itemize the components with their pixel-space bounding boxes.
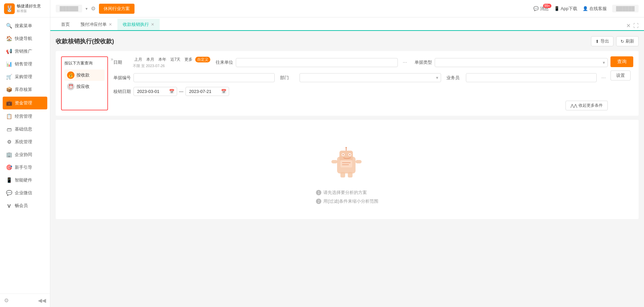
online-service-btn[interactable]: 👤 在线客服 (583, 6, 607, 12)
sidebar-item-marketing[interactable]: 📢 营销推广 (0, 45, 50, 58)
tab-receipt-close[interactable]: ✕ (151, 22, 154, 27)
collapse-row: ⋀⋀ 收起更多条件 (113, 101, 608, 110)
filter-row-1: 日期 上月 本月 本年 近7天 更多 自定义 (113, 56, 608, 68)
page-actions: ⬆ 导出 ↻ 刷新 (591, 36, 639, 46)
tab-home[interactable]: 首页 (56, 19, 75, 31)
member-icon: V (6, 203, 12, 209)
docno-label: 单据编号 (113, 75, 131, 81)
topbar-brand: ██████ (56, 5, 82, 12)
expand-icon[interactable]: ⛶ (633, 23, 639, 29)
sidebar-item-basic[interactable]: 🗃 基础信息 (0, 123, 50, 136)
verify-date-group: 📅 — 📅 (133, 87, 229, 96)
shortcut-7days[interactable]: 近7天 (169, 56, 182, 63)
filter-option-receivable[interactable]: ⏰ 按应收 (64, 81, 105, 92)
sidebar-item-label: 搜索菜单 (15, 23, 32, 29)
query-btn[interactable]: 查询 (610, 56, 633, 67)
export-btn[interactable]: ⬆ 导出 (591, 36, 613, 46)
dept-select[interactable] (300, 73, 441, 82)
sidebar-item-purchase[interactable]: 🛒 采购管理 (0, 70, 50, 83)
sidebar-item-newbie[interactable]: 🎯 新手引导 (0, 161, 50, 174)
calendar-end-icon[interactable]: 📅 (221, 89, 226, 94)
setting-btn[interactable]: 设置 (610, 70, 631, 81)
filter-field-date: 日期 上月 本月 本年 近7天 更多 自定义 (113, 56, 211, 68)
empty-tip-2: 2 用[过滤]条件来缩小分析范围 (316, 197, 378, 206)
filter-toggle-icon[interactable]: » (111, 56, 113, 62)
sidebar-item-search[interactable]: 🔍 搜索菜单 (0, 19, 50, 32)
date-shortcuts: 上月 本月 本年 近7天 更多 自定义 (133, 56, 211, 63)
empty-tip-1: 1 请先选择要分析的方案 (316, 188, 378, 197)
verify-date-end-wrap: 📅 (185, 87, 229, 96)
partner-dots-btn[interactable]: ··· (400, 59, 409, 66)
tip-text-2: 用[过滤]条件来缩小分析范围 (323, 197, 378, 206)
tab-prepay[interactable]: 预付冲应付单 ✕ (75, 19, 117, 31)
date-custom-badge[interactable]: 自定义 (195, 57, 210, 62)
svg-point-5 (349, 154, 351, 155)
collapse-btn[interactable]: ⋀⋀ 收起更多条件 (566, 101, 608, 110)
sidebar-item-label: 系统管理 (15, 139, 32, 145)
content-area: 1 请先选择要分析的方案 2 用[过滤]条件来缩小分析范围 (56, 120, 639, 219)
sidebar-item-wechat[interactable]: 💬 企业微信 (0, 187, 50, 199)
topbar-gear-icon[interactable]: ⚙ (91, 5, 96, 12)
purchase-icon: 🛒 (6, 74, 12, 80)
filter-field-doctype: 单据类型 ▾ (415, 58, 608, 67)
sidebar-item-quick[interactable]: 🏠 快捷导航 (0, 32, 50, 45)
sidebar-item-label: 企业协同 (15, 152, 32, 158)
sidebar-item-sales[interactable]: 📊 销售管理 (0, 58, 50, 70)
sidebar-item-member[interactable]: V 畅会员 (0, 199, 50, 212)
logo-text-block: 畅捷通好生意 标准版 (17, 4, 41, 14)
industry-btn[interactable]: 休闲行业方案 (99, 4, 135, 14)
refresh-btn[interactable]: ↻ 刷新 (616, 36, 639, 46)
shortcut-this-year[interactable]: 本年 (157, 56, 168, 63)
empty-state: 1 请先选择要分析的方案 2 用[过滤]条件来缩小分析范围 (56, 120, 639, 219)
sidebar-item-label: 销售管理 (15, 61, 32, 67)
svg-rect-12 (340, 160, 352, 167)
shortcut-this-month[interactable]: 本月 (145, 56, 156, 63)
tip-num-2: 2 (316, 199, 321, 204)
sidebar-item-label: 智能硬件 (15, 177, 32, 183)
settings-icon[interactable]: ⚙ (4, 297, 9, 304)
staff-dots-btn[interactable]: ··· (599, 74, 608, 82)
docno-input[interactable] (133, 73, 275, 82)
doctype-select[interactable] (435, 58, 608, 67)
query-btns: 查询 设置 (610, 56, 633, 110)
filter-sidebar-title: 按以下方案查询 (64, 60, 105, 66)
sidebar-item-label: 采购管理 (15, 74, 32, 80)
partner-input[interactable] (236, 58, 398, 67)
collapse-sidebar-icon[interactable]: ◀◀ (38, 297, 46, 304)
verify-date-label: 核销日期 (113, 89, 131, 95)
hardware-icon: 📱 (6, 177, 12, 183)
tip-num-1: 1 (316, 190, 321, 195)
shortcut-more[interactable]: 更多 (183, 56, 194, 63)
app-download-btn[interactable]: 📱 App下载 (554, 6, 577, 12)
sidebar-item-enterprise[interactable]: 🏢 企业协同 (0, 148, 50, 161)
sidebar-item-label: 企业微信 (15, 190, 32, 196)
calendar-start-icon[interactable]: 📅 (169, 89, 174, 94)
sidebar-item-label: 资金管理 (15, 100, 32, 106)
shortcut-prev-month[interactable]: 上月 (133, 56, 144, 63)
tab-controls: ✕ ⛶ (626, 22, 639, 30)
message-btn[interactable]: 💬 消息 99+ (533, 6, 549, 12)
staff-input[interactable] (466, 73, 596, 82)
newbie-icon: 🎯 (6, 164, 12, 170)
filter-option-receipt[interactable]: 💰 按收款 (64, 69, 105, 81)
filter-option-receipt-label: 按收款 (76, 72, 90, 78)
dropdown-icon[interactable]: ▾ (86, 6, 88, 11)
logo-icon: 🐰 (4, 3, 15, 14)
sidebar-nav: 🔍 搜索菜单 🏠 快捷导航 📢 营销推广 📊 销售管理 🛒 采购管理 📦 库存核… (0, 17, 50, 294)
collapse-icon: ⋀⋀ (571, 103, 577, 108)
sidebar-item-finance[interactable]: 💼 资金管理 (3, 97, 47, 109)
sidebar-item-label: 库存核算 (15, 87, 32, 93)
sidebar-item-management[interactable]: 📋 经营管理 (0, 110, 50, 123)
logo-badge: 标准版 (17, 9, 41, 13)
sidebar-item-inventory[interactable]: 📦 库存核算 (0, 83, 50, 96)
sidebar-item-hardware[interactable]: 📱 智能硬件 (0, 174, 50, 187)
tab-prepay-close[interactable]: ✕ (109, 22, 112, 27)
filter-fields: 日期 上月 本月 本年 近7天 更多 自定义 (113, 56, 633, 110)
sidebar-item-system[interactable]: ⚙ 系统管理 (0, 136, 50, 148)
tab-receipt[interactable]: 收款核销执行 ✕ (117, 19, 160, 31)
filter-field-dept: 部门 ▾ (280, 73, 441, 82)
empty-illustration (329, 147, 366, 180)
finance-icon: 💼 (6, 100, 12, 106)
svg-rect-11 (348, 172, 353, 177)
close-all-tabs-icon[interactable]: ✕ (626, 22, 631, 29)
